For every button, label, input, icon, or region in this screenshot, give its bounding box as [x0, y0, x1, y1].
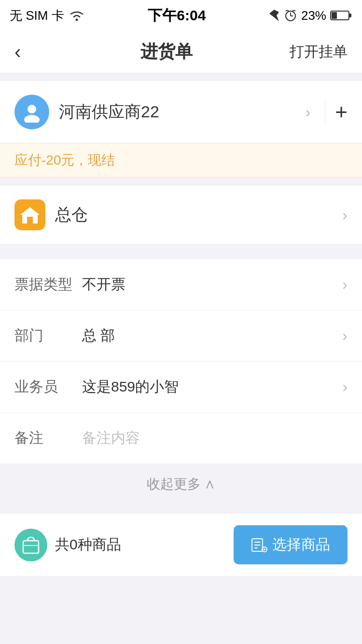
department-chevron-icon: ›	[342, 327, 348, 345]
page-background	[0, 576, 362, 644]
sim-status: 无 SIM 卡	[10, 7, 64, 24]
status-left: 无 SIM 卡	[10, 7, 85, 24]
warehouse-chevron-icon: ›	[342, 206, 348, 224]
salesperson-chevron-icon: ›	[342, 378, 348, 396]
status-time: 下午6:04	[148, 6, 206, 26]
notes-placeholder: 备注内容	[72, 428, 348, 448]
invoice-type-label: 票据类型	[14, 275, 72, 294]
salesperson-label: 业务员	[14, 377, 72, 397]
product-count: 共0种商品	[55, 535, 121, 555]
alarm-icon	[284, 9, 297, 22]
add-supplier-button[interactable]: +	[335, 100, 348, 124]
supplier-row[interactable]: 河南供应商22 › +	[0, 81, 362, 143]
svg-rect-11	[27, 217, 33, 224]
department-label: 部门	[14, 326, 72, 346]
salesperson-row[interactable]: 业务员 这是859的小智 ›	[0, 362, 362, 413]
vertical-divider	[325, 100, 325, 124]
supplier-section: 河南供应商22 › + 应付-20元，现结	[0, 81, 362, 178]
invoice-type-chevron-icon: ›	[342, 276, 348, 294]
product-icon-wrap	[14, 529, 47, 561]
notice-bar: 应付-20元，现结	[0, 143, 362, 178]
select-product-icon	[251, 538, 267, 552]
supplier-name: 河南供应商22	[59, 101, 306, 123]
svg-rect-6	[349, 14, 351, 17]
svg-point-8	[24, 115, 40, 123]
product-left: 共0种商品	[14, 529, 121, 561]
warehouse-icon-wrap	[14, 199, 45, 230]
wifi-icon	[68, 9, 85, 22]
section-gap-2	[0, 178, 362, 185]
battery-icon	[330, 10, 352, 21]
notes-row[interactable]: 备注 备注内容	[0, 413, 362, 463]
svg-point-0	[75, 19, 78, 21]
svg-marker-10	[20, 207, 40, 215]
notes-label: 备注	[14, 428, 72, 448]
svg-point-7	[28, 105, 36, 113]
salesperson-value: 这是859的小智	[72, 377, 342, 397]
supplier-avatar	[14, 95, 49, 129]
nav-bar: ‹ 进货单 打开挂单	[0, 31, 362, 73]
warehouse-icon	[20, 206, 40, 224]
department-row[interactable]: 部门 总 部 ›	[0, 310, 362, 362]
warehouse-name: 总仓	[55, 204, 342, 226]
shopping-bag-icon	[21, 536, 41, 554]
svg-rect-12	[23, 541, 39, 553]
battery-percentage: 23%	[301, 8, 326, 23]
form-section: 票据类型 不开票 › 部门 总 部 › 业务员 这是859的小智 › 备注 备注…	[0, 259, 362, 463]
collapse-row[interactable]: 收起更多 ∧	[0, 463, 362, 505]
section-gap-1	[0, 73, 362, 81]
select-product-label: 选择商品	[272, 535, 330, 555]
location-icon	[268, 9, 280, 22]
warehouse-section: 总仓 ›	[0, 185, 362, 244]
section-gap-4	[0, 505, 362, 513]
person-icon	[21, 101, 42, 123]
open-pending-button[interactable]: 打开挂单	[290, 42, 348, 62]
supplier-chevron-icon: ›	[306, 103, 311, 121]
section-gap-3	[0, 244, 362, 252]
warehouse-row[interactable]: 总仓 ›	[0, 185, 362, 244]
svg-rect-5	[332, 12, 337, 19]
department-value: 总 部	[72, 326, 342, 346]
status-right: 23%	[268, 8, 352, 23]
invoice-type-value: 不开票	[72, 275, 342, 294]
product-bar: 共0种商品 选择商品	[0, 514, 362, 576]
invoice-type-row[interactable]: 票据类型 不开票 ›	[0, 259, 362, 310]
status-bar: 无 SIM 卡 下午6:04 23%	[0, 0, 362, 31]
select-product-button[interactable]: 选择商品	[234, 525, 348, 564]
back-button[interactable]: ‹	[14, 41, 43, 63]
page-title: 进货单	[140, 40, 193, 64]
